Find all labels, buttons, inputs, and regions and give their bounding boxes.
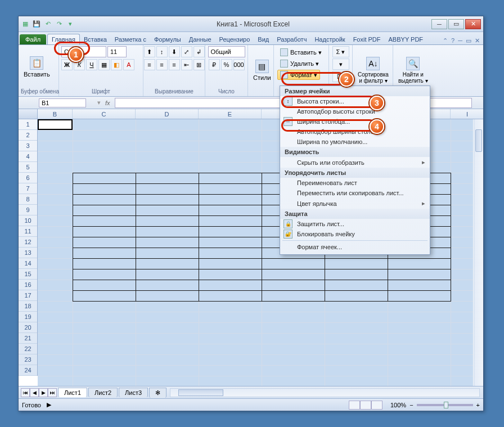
active-cell[interactable] [38,119,73,130]
paste-button[interactable]: 📋Вставить [21,55,53,79]
fill-button[interactable]: ▾ [332,59,349,70]
percent-button[interactable]: % [221,59,232,70]
tab-data[interactable]: Данные [185,34,215,44]
tab-addins[interactable]: Надстройк [310,34,349,44]
menu-hide-unhide[interactable]: Скрыть или отобразить▸ [280,157,430,168]
row-header-7[interactable]: 7 [19,183,37,194]
font-size-combo[interactable]: 11 [107,46,127,57]
tab-review[interactable]: Рецензиро [215,34,254,44]
row-header-17[interactable]: 17 [19,290,37,301]
select-all-corner[interactable] [19,109,38,119]
view-break-button[interactable] [371,401,382,410]
zoom-in-button[interactable]: + [476,402,480,408]
tab-home[interactable]: Главная [47,34,80,44]
menu-default-width[interactable]: Ширина по умолчанию... [280,137,430,147]
row-header-21[interactable]: 21 [19,333,37,344]
align-top-button[interactable]: ⬆ [144,46,155,57]
currency-button[interactable]: ₽ [209,59,220,70]
row-header-12[interactable]: 12 [19,237,37,248]
fill-color-button[interactable]: ◧ [111,59,122,70]
row-header-23[interactable]: 23 [19,354,37,365]
row-header-9[interactable]: 9 [19,205,37,215]
autosum-button[interactable]: Σ ▾ [332,46,349,57]
vertical-scrollbar[interactable] [474,119,483,386]
tab-developer[interactable]: Разработч [273,34,310,44]
redo-icon[interactable]: ↷ [55,20,64,29]
minimize-button[interactable]: ─ [431,19,447,29]
underline-button[interactable]: Ч [86,59,97,70]
name-box[interactable]: B1 [39,98,86,107]
menu-format-cells[interactable]: Формат ячеек... [280,242,430,252]
row-header-13[interactable]: 13 [19,248,37,258]
qat-dropdown-icon[interactable]: ▾ [66,20,75,29]
align-right-button[interactable]: ≡ [169,59,180,70]
align-left-button[interactable]: ≡ [144,59,155,70]
sheet-tab-2[interactable]: Лист2 [88,388,118,397]
col-header-E[interactable]: E [199,109,262,119]
align-center-button[interactable]: ≡ [156,59,168,70]
undo-icon[interactable]: ↶ [43,20,52,29]
row-header-11[interactable]: 11 [19,226,37,237]
tab-insert[interactable]: Вставка [80,34,111,44]
row-header-10[interactable]: 10 [19,215,37,226]
menu-autofit-col[interactable]: Автоподбор ширины столбца [280,127,430,137]
find-select-button[interactable]: 🔍Найти и выделить ▾ [395,55,431,86]
ribbon-minimize-icon[interactable]: ⌃ [443,37,448,44]
fx-icon[interactable]: fx [105,100,110,106]
sheet-tab-1[interactable]: Лист1 [58,388,87,397]
row-header-22[interactable]: 22 [19,344,37,354]
col-header-D[interactable]: D [136,109,199,119]
save-icon[interactable]: 💾 [32,20,41,29]
menu-column-width[interactable]: ↔Ширина столбца... [280,116,430,127]
font-name-combo[interactable]: Calibri [61,46,106,57]
bold-button[interactable]: Ж [61,59,73,70]
tab-formulas[interactable]: Формулы [150,34,185,44]
zoom-slider[interactable] [417,404,473,406]
menu-row-height[interactable]: ↕Высота строки... [280,96,430,106]
horizontal-scrollbar[interactable] [170,388,480,397]
hscroll-thumb[interactable] [178,389,223,396]
help-icon[interactable]: ? [451,37,454,44]
delete-cells-button[interactable]: Удалить ▾ [277,59,322,69]
number-format-combo[interactable]: Общий [208,46,245,57]
sheet-nav-first[interactable]: ⏮ [21,388,30,397]
sheet-nav-prev[interactable]: ◀ [30,388,39,397]
row-header-16[interactable]: 16 [19,280,37,290]
maximize-button[interactable]: ▭ [448,19,464,29]
row-header-19[interactable]: 19 [19,312,37,322]
sort-filter-button[interactable]: A↓Сортировка и фильтр ▾ [355,55,392,86]
sheet-tab-3[interactable]: Лист3 [119,388,148,397]
tab-layout[interactable]: Разметка с [111,34,150,44]
tab-foxit[interactable]: Foxit PDF [349,34,385,44]
col-header-C[interactable]: C [73,109,136,119]
row-header-20[interactable]: 20 [19,322,37,333]
menu-tab-color[interactable]: Цвет ярлычка▸ [280,198,430,209]
align-mid-button[interactable]: ↕ [156,46,168,57]
row-header-18[interactable]: 18 [19,301,37,312]
insert-cells-button[interactable]: Вставить ▾ [277,47,325,57]
font-color-button[interactable]: A [123,59,134,70]
menu-autofit-row[interactable]: Автоподбор высоты строки [280,106,430,116]
sheet-nav-last[interactable]: ⏭ [48,388,57,397]
wrap-button[interactable]: ↲ [194,46,205,57]
macro-icon[interactable]: ▶ [47,401,51,408]
row-header-5[interactable]: 5 [19,162,37,173]
view-normal-button[interactable] [349,401,360,410]
row-header-24[interactable]: 24 [19,365,37,376]
menu-protect-sheet[interactable]: 🔒Защитить лист... [280,219,430,229]
scroll-thumb[interactable] [475,129,482,152]
doc-restore-icon[interactable]: ▭ [466,37,471,44]
format-cells-button[interactable]: Формат ▾ [277,70,320,80]
tab-abbyy[interactable]: ABBYY PDF [385,34,428,44]
tab-view[interactable]: Вид [254,34,273,44]
new-sheet-button[interactable]: ✻ [149,388,166,398]
col-header-B[interactable]: B [38,109,73,119]
view-layout-button[interactable] [360,401,371,410]
row-header-6[interactable]: 6 [19,173,37,183]
doc-close-icon[interactable]: ✕ [475,37,480,44]
row-header-1[interactable]: 1 [19,119,37,130]
comma-button[interactable]: 000 [233,59,245,70]
orientation-button[interactable]: ⤢ [181,46,192,57]
row-header-8[interactable]: 8 [19,194,37,205]
row-header-14[interactable]: 14 [19,258,37,269]
